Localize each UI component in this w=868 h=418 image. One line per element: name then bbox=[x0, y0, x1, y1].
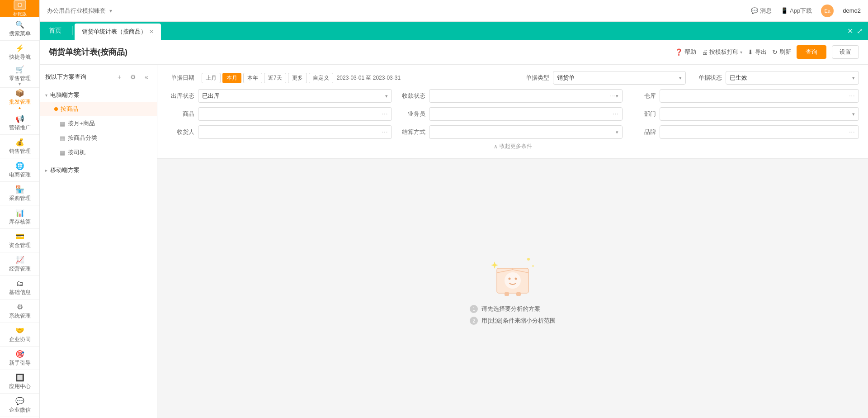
expand-window-icon[interactable]: ⤢ bbox=[857, 27, 863, 35]
page-content: 销货单统计表(按商品) ❓ 帮助 🖨 按模板打印 ▾ ⬇ 导出 bbox=[40, 40, 868, 418]
tab-sales-stats[interactable]: 销货单统计表（按商品） ✕ bbox=[75, 24, 161, 40]
sidebar-item-retail[interactable]: 🛒 零售管理 ▾ bbox=[0, 64, 39, 88]
close-window-icon[interactable]: ✕ bbox=[847, 27, 853, 35]
receiver-input[interactable]: ··· bbox=[198, 125, 392, 139]
salesman-input[interactable]: ··· bbox=[429, 107, 623, 121]
help-icon: ❓ bbox=[675, 48, 683, 56]
sidebar-item-search[interactable]: 🔍 搜索菜单 bbox=[0, 17, 39, 41]
scheme-group-desktop-header[interactable]: ▾ 电脑端方案 bbox=[40, 88, 157, 102]
tab-home[interactable]: 首页 bbox=[40, 22, 71, 40]
scheme-group-mobile-header[interactable]: ▸ 移动端方案 bbox=[40, 163, 157, 177]
sidebar-item-appcenter-label: 应用中心 bbox=[9, 383, 31, 390]
this-month-button[interactable]: 本月 bbox=[222, 73, 241, 83]
sidebar-item-operations[interactable]: 📈 经营管理 bbox=[0, 252, 39, 276]
scheme-item-by-category[interactable]: ▦ 按商品分类 bbox=[40, 131, 157, 145]
scheme-item-by-category-label: 按商品分类 bbox=[68, 134, 97, 142]
collapse-more-button[interactable]: ∧ 收起更多条件 bbox=[166, 139, 859, 152]
doc-type-input[interactable]: 销货单 ▾ bbox=[553, 71, 686, 85]
sidebar-item-system[interactable]: ⚙ 系统管理 bbox=[0, 299, 39, 323]
help-button[interactable]: ❓ 帮助 bbox=[675, 48, 696, 56]
sidebar-item-wholesale[interactable]: 📦 批发管理 ▴ bbox=[0, 88, 39, 111]
scheme-item-by-driver[interactable]: ▦ 按司机 bbox=[40, 145, 157, 160]
close-tab-icon[interactable]: ✕ bbox=[149, 28, 154, 35]
payment-status-dropdown-icon: ▾ bbox=[616, 93, 618, 99]
export-button[interactable]: ⬇ 导出 bbox=[748, 48, 767, 56]
settings-scheme-button[interactable]: ⚙ bbox=[128, 72, 138, 82]
tip-num-1: 1 bbox=[470, 305, 478, 313]
doc-status-input[interactable]: 已生效 ▾ bbox=[726, 71, 859, 85]
out-status-input[interactable]: 已出库 ▾ bbox=[198, 89, 392, 103]
add-scheme-button[interactable]: + bbox=[114, 72, 124, 82]
sidebar-item-appcenter[interactable]: 🔲 应用中心 bbox=[0, 370, 39, 394]
sidebar-item-quicknav[interactable]: ⚡ 快捷导航 bbox=[0, 41, 39, 64]
right-panel: 单据日期 上月 本月 本年 近7天 更多 自定义 2023-03-01 至 20… bbox=[157, 65, 868, 418]
dept-dropdown-icon: ▾ bbox=[852, 111, 855, 117]
template-print-button[interactable]: 🖨 按模板打印 ▾ bbox=[702, 48, 742, 56]
scheme-item-by-month-goods[interactable]: ▦ 按月+商品 bbox=[40, 116, 157, 131]
refresh-button[interactable]: ↻ 刷新 bbox=[772, 48, 791, 56]
last-month-button[interactable]: 上月 bbox=[202, 73, 221, 83]
receiver-label: 收货人 bbox=[166, 128, 198, 136]
this-year-button[interactable]: 本年 bbox=[243, 73, 262, 83]
collapse-label: 收起更多条件 bbox=[500, 142, 532, 150]
scheme-header-label: 按以下方案查询 bbox=[45, 73, 86, 81]
sidebar-item-ecommerce[interactable]: 🌐 电商管理 bbox=[0, 158, 39, 182]
sidebar-item-enterprise[interactable]: 🤝 企业协同 bbox=[0, 323, 39, 347]
svg-rect-9 bbox=[505, 292, 509, 296]
warehouse-input[interactable]: ··· bbox=[660, 89, 859, 103]
payment-status-dots: ··· bbox=[610, 92, 616, 100]
marketing-icon: 📢 bbox=[15, 114, 24, 123]
query-button[interactable]: 查询 bbox=[797, 45, 826, 59]
sidebar-item-retail-label: 零售管理 bbox=[9, 75, 31, 81]
app-download-button[interactable]: 📱 App下载 bbox=[781, 7, 812, 15]
warehouse-dots: ··· bbox=[849, 92, 855, 100]
dept-input[interactable]: ▾ bbox=[660, 107, 859, 121]
sidebar-item-purchase[interactable]: 🏪 采购管理 bbox=[0, 182, 39, 205]
sidebar-item-newguide[interactable]: 🎯 新手引导 bbox=[0, 347, 39, 370]
avatar[interactable]: Ea bbox=[821, 5, 834, 17]
chevron-down-icon: ▾ bbox=[19, 81, 21, 86]
logo-text: 标账版 bbox=[13, 11, 27, 17]
empty-tip-1-text: 请先选择要分析的方案 bbox=[481, 305, 540, 313]
enterprise-icon: 🤝 bbox=[15, 326, 24, 335]
empty-tip-1: 1 请先选择要分析的方案 bbox=[470, 305, 555, 313]
custom-date-button[interactable]: 自定义 bbox=[309, 73, 333, 83]
sidebar-item-marketing[interactable]: 📢 营销推广 bbox=[0, 111, 39, 135]
sidebar-item-finance-label: 资金管理 bbox=[9, 242, 31, 248]
doc-type-value: 销货单 bbox=[557, 74, 679, 82]
scheme-item-by-goods[interactable]: 按商品 bbox=[40, 102, 157, 116]
svg-point-5 bbox=[508, 277, 510, 280]
more-date-button[interactable]: 更多 bbox=[288, 73, 307, 83]
sidebar-item-sales[interactable]: 💰 销售管理 bbox=[0, 135, 39, 158]
grid3-icon: ▦ bbox=[60, 149, 65, 156]
scheme-item-by-goods-label: 按商品 bbox=[61, 105, 78, 113]
sidebar-item-finance[interactable]: 💳 资金管理 bbox=[0, 229, 39, 252]
logo[interactable]: 标账版 bbox=[0, 0, 39, 17]
tab-expand-area: ✕ ⤢ bbox=[847, 27, 868, 35]
gear-icon: ⚙ bbox=[130, 73, 136, 81]
goods-input[interactable]: ··· bbox=[198, 107, 392, 121]
message-button[interactable]: 💬 消息 bbox=[751, 7, 772, 15]
payment-method-input[interactable]: ▾ bbox=[429, 125, 623, 139]
last7days-button[interactable]: 近7天 bbox=[264, 73, 286, 83]
refresh-label: 刷新 bbox=[779, 48, 791, 56]
sidebar-item-marketing-label: 营销推广 bbox=[9, 124, 31, 131]
settings-button[interactable]: 设置 bbox=[832, 45, 859, 59]
sidebar-item-basic[interactable]: 🗂 基础信息 bbox=[0, 276, 39, 299]
workspace-dropdown-arrow[interactable]: ▾ bbox=[109, 8, 112, 14]
collapse-icon: « bbox=[145, 73, 148, 81]
user-name[interactable]: demo2 bbox=[843, 7, 861, 14]
sidebar-item-inventory[interactable]: 📊 库存核算 bbox=[0, 205, 39, 229]
collapse-scheme-button[interactable]: « bbox=[142, 72, 151, 82]
sidebar-item-wholesale-label: 批发管理 bbox=[9, 99, 31, 105]
empty-tip-2-text: 用[过滤]条件来缩小分析范围 bbox=[481, 317, 555, 325]
sales-icon: 💰 bbox=[15, 138, 24, 147]
out-status-dropdown-icon: ▾ bbox=[385, 93, 388, 99]
svg-point-6 bbox=[514, 277, 517, 280]
payment-method-label: 结算方式 bbox=[397, 128, 429, 136]
sidebar-item-wechat[interactable]: 💬 企业微信 bbox=[0, 394, 39, 417]
doc-status-label: 单据状态 bbox=[698, 74, 726, 82]
brand-input[interactable]: ··· bbox=[660, 125, 859, 139]
payment-status-input[interactable]: ··· ▾ bbox=[429, 89, 623, 103]
scheme-item-by-driver-label: 按司机 bbox=[68, 148, 85, 157]
